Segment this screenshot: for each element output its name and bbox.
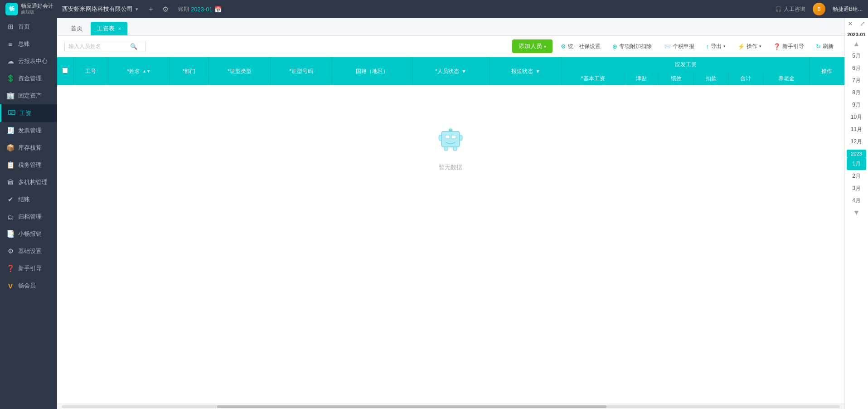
rp-controls: ✕ ⤢ [845, 18, 868, 29]
sidebar-item-invoice[interactable]: 🧾 发票管理 [0, 122, 57, 139]
header-actions: ＋ ⚙ [145, 4, 171, 15]
toolbar: 🔍 添加人员 ▾ ⚙ 统一社保设置 ⊕ 专项附加扣除 📨 个税申报 ↑ 导出 [57, 36, 844, 57]
salary-icon [8, 109, 16, 117]
company-selector[interactable]: 西安虾米网络科技有限公司 ▾ [62, 5, 138, 13]
asset-icon: 🏢 [6, 92, 15, 100]
panel-expand-button[interactable]: ⤢ [860, 20, 865, 27]
th-checkbox[interactable] [57, 57, 73, 85]
add-person-button[interactable]: 添加人员 ▾ [512, 39, 553, 53]
export-dropdown-icon: ▾ [723, 44, 726, 49]
sidebar-item-asset[interactable]: 🏢 固定资产 [0, 87, 57, 104]
refresh-icon: ↻ [816, 43, 821, 50]
search-box[interactable]: 🔍 [64, 41, 146, 52]
report-status-filter-icon: ▼ [535, 68, 540, 74]
special-deduction-icon: ⊕ [612, 43, 617, 50]
rp-month-2[interactable]: 2月 [845, 170, 868, 182]
rp-month-3[interactable]: 3月 [845, 182, 868, 195]
refresh-button[interactable]: ↻ 刷新 [812, 41, 837, 52]
calendar-icon[interactable]: 📅 [214, 6, 222, 13]
right-date-panel: ✕ ⤢ 2023-01 ▲ 5月 6月 7月 8月 9月 10月 11月 12月… [844, 18, 868, 409]
bottom-scrollbar[interactable] [57, 404, 844, 409]
rp-month-1[interactable]: 1月 [847, 158, 866, 170]
sidebar-item-ledger[interactable]: ≡ 总账 [0, 35, 57, 53]
header-right: 🎧 人工咨询 B 畅捷通B组... [775, 3, 863, 15]
name-sort-icon: ▲▼ [142, 69, 150, 73]
sidebar-item-settle[interactable]: ✔ 结账 [0, 191, 57, 208]
archive-icon: 🗂 [6, 213, 15, 221]
multi-org-icon: 🏛 [6, 179, 15, 186]
rp-month-12[interactable]: 12月 [845, 136, 868, 148]
scrollbar-thumb[interactable] [217, 405, 606, 408]
th-pension: 养老金 [763, 72, 810, 85]
social-security-button[interactable]: ⚙ 统一社保设置 [557, 41, 604, 52]
rp-month-10[interactable]: 10月 [845, 111, 868, 123]
svg-rect-4 [445, 135, 450, 139]
app-sub: 旗舰版 [21, 9, 53, 15]
rp-month-11[interactable]: 11月 [845, 123, 868, 136]
special-deduction-button[interactable]: ⊕ 专项附加扣除 [609, 41, 655, 52]
rp-month-4[interactable]: 4月 [845, 195, 868, 207]
rp-month-8[interactable]: 8月 [845, 87, 868, 99]
th-nationality: 国籍（地区） [332, 57, 412, 85]
rp-month-9[interactable]: 9月 [845, 99, 868, 111]
sidebar-item-member[interactable]: V 畅会员 [0, 277, 57, 294]
th-person-status[interactable]: *人员状态 ▼ [412, 57, 489, 85]
tab-home[interactable]: 首页 [64, 22, 89, 35]
user-name: 畅捷通B组... [833, 5, 863, 13]
svg-rect-9 [460, 135, 462, 141]
th-base-salary: *基本工资 [562, 72, 624, 85]
settings-icon[interactable]: ⚙ [160, 4, 171, 15]
sidebar-item-expense[interactable]: 📑 小畅报销 [0, 225, 57, 243]
export-button[interactable]: ↑ 导出 ▾ [703, 41, 730, 52]
settle-icon: ✔ [6, 195, 15, 204]
rp-month-5[interactable]: 5月 [845, 50, 868, 62]
company-name: 西安虾米网络科技有限公司 [62, 5, 133, 13]
search-input[interactable] [68, 43, 127, 49]
sidebar-item-multi-org[interactable]: 🏛 多机构管理 [0, 174, 57, 191]
scrollbar-track[interactable] [62, 405, 840, 408]
rp-prev-nav[interactable]: ▲ [845, 38, 868, 50]
th-name[interactable]: *姓名 ▲▼ [108, 57, 170, 85]
th-performance: 绩效 [659, 72, 693, 85]
rp-next-nav[interactable]: ▼ [845, 207, 868, 219]
rp-month-6[interactable]: 6月 [845, 62, 868, 74]
sidebar-item-home[interactable]: ⊞ 首页 [0, 18, 57, 35]
guide-button[interactable]: ❓ 新手引导 [770, 41, 808, 52]
user-avatar[interactable]: B [813, 3, 825, 15]
home-icon: ⊞ [6, 23, 15, 31]
period-value[interactable]: 2023-01 [191, 6, 213, 13]
th-id-no: *证型号码 [270, 57, 332, 85]
tab-close-salary[interactable]: × [118, 26, 121, 31]
panel-close-button[interactable]: ✕ [848, 20, 853, 27]
service-button[interactable]: 🎧 人工咨询 [775, 5, 805, 13]
empty-text: 暂无数据 [439, 163, 462, 171]
company-dropdown-icon: ▾ [136, 6, 138, 12]
period-label: 账期 [178, 5, 189, 13]
svg-point-7 [450, 128, 451, 130]
sidebar-item-fund[interactable]: 💲 资金管理 [0, 70, 57, 87]
tab-salary[interactable]: 工资表 × [91, 22, 127, 35]
th-report-status[interactable]: 报送状态 ▼ [490, 57, 562, 85]
th-id-type: *证型类型 [209, 57, 270, 85]
rp-month-7[interactable]: 7月 [845, 74, 868, 87]
operations-icon: ⚡ [737, 43, 745, 50]
personal-tax-icon: 📨 [664, 43, 671, 50]
sidebar-item-settings[interactable]: ⚙ 基础设置 [0, 243, 57, 260]
th-deduction: 扣款 [693, 72, 728, 85]
sidebar-item-inventory[interactable]: 📦 库存核算 [0, 139, 57, 156]
sidebar-item-archive[interactable]: 🗂 归档管理 [0, 208, 57, 225]
operations-button[interactable]: ⚡ 操作 ▾ [734, 41, 765, 52]
personal-tax-button[interactable]: 📨 个税申报 [660, 41, 698, 52]
sidebar-item-salary[interactable]: 工资 [0, 104, 57, 122]
rp-year-badge: 2023 [847, 150, 866, 158]
sidebar-item-guide[interactable]: ❓ 新手引导 [0, 260, 57, 277]
guide-icon: ❓ [6, 264, 15, 273]
sidebar-item-tax[interactable]: 📋 税务管理 [0, 156, 57, 174]
empty-state: 暂无数据 [57, 85, 844, 208]
th-salary-group: 应发工资 [562, 57, 810, 72]
add-button[interactable]: ＋ [145, 4, 156, 15]
sidebar-item-cloud-report[interactable]: ☁ 云报表中心 [0, 53, 57, 70]
select-all-checkbox[interactable] [62, 68, 68, 73]
inventory-icon: 📦 [6, 144, 15, 152]
fund-icon: 💲 [6, 74, 15, 83]
